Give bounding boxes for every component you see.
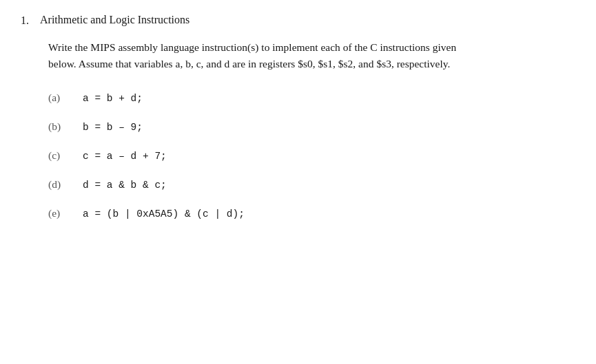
section-number: 1.: [21, 14, 40, 27]
problem-label-e: (e): [48, 207, 83, 220]
section-body: Write the MIPS assembly language instruc…: [21, 39, 575, 220]
problem-expression-a: a = b + d;: [83, 93, 143, 104]
problem-label-a: (a): [48, 92, 83, 104]
problem-expression-d: d = a & b & c;: [83, 180, 167, 191]
problem-item-c: (c) c = a – d + 7;: [48, 149, 575, 162]
section-title: Arithmetic and Logic Instructions: [40, 14, 189, 26]
problem-item-b: (b) b = b – 9;: [48, 120, 575, 133]
section-header: 1. Arithmetic and Logic Instructions: [21, 14, 575, 27]
problem-label-c: (c): [48, 149, 83, 162]
problem-label-d: (d): [48, 178, 83, 191]
problem-expression-e: a = (b | 0xA5A5) & (c | d);: [83, 208, 245, 220]
section-container: 1. Arithmetic and Logic Instructions Wri…: [21, 14, 575, 220]
problem-expression-b: b = b – 9;: [83, 122, 143, 133]
problem-label-b: (b): [48, 120, 83, 133]
problem-item-a: (a) a = b + d;: [48, 92, 575, 104]
intro-line2: below. Assume that variables a, b, c, an…: [48, 58, 450, 69]
intro-text: Write the MIPS assembly language instruc…: [48, 39, 575, 72]
problem-item-e: (e) a = (b | 0xA5A5) & (c | d);: [48, 207, 575, 220]
intro-line1: Write the MIPS assembly language instruc…: [48, 41, 456, 53]
problem-item-d: (d) d = a & b & c;: [48, 178, 575, 191]
problem-expression-c: c = a – d + 7;: [83, 151, 167, 162]
